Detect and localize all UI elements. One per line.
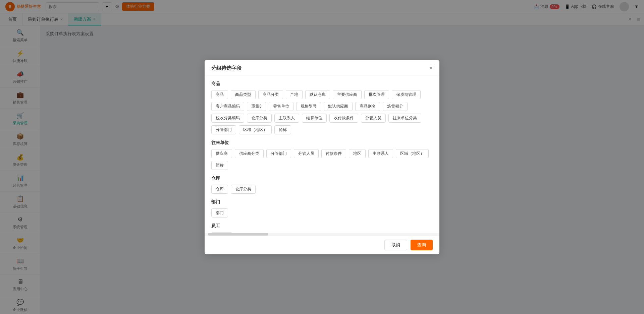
- section-warehouse-tags: 仓库仓库分类: [211, 185, 433, 194]
- field-tag[interactable]: 重量3: [247, 102, 266, 111]
- section-product-tags: 商品商品类型商品分类产地默认仓库主要供应商批次管理保质期管理客户商品编码重量3零…: [211, 90, 433, 134]
- field-tag[interactable]: 部门: [211, 208, 228, 217]
- modal-body: 商品 商品商品类型商品分类产地默认仓库主要供应商批次管理保质期管理客户商品编码重…: [205, 75, 439, 233]
- field-tag[interactable]: 保质期管理: [392, 90, 421, 99]
- field-tag[interactable]: 分管部门: [266, 149, 291, 158]
- section-counterparty-tags: 供应商供应商分类分管部门分管人员付款条件地区主联系人区域（地区）简称: [211, 149, 433, 170]
- modal-close-button[interactable]: ×: [429, 65, 433, 72]
- field-tag[interactable]: 分管人员: [361, 114, 386, 123]
- field-tag[interactable]: 默认供应商: [324, 102, 353, 111]
- modal-footer: 取消 查询: [205, 235, 439, 254]
- section-employee: 员工 业务员: [211, 223, 433, 233]
- modal-header: 分组待选字段 ×: [205, 60, 439, 75]
- modal-title: 分组待选字段: [211, 65, 241, 71]
- field-tag[interactable]: 分管部门: [211, 125, 236, 134]
- field-tag[interactable]: 分管人员: [294, 149, 319, 158]
- field-tag[interactable]: 零售单位: [269, 102, 293, 111]
- field-tag[interactable]: 商品分类: [258, 90, 283, 99]
- field-tag[interactable]: 供应商: [211, 149, 232, 158]
- field-tag[interactable]: 往来单位分类: [388, 114, 421, 123]
- section-department-title: 部门: [211, 199, 433, 205]
- field-tag[interactable]: 区域（地区）: [239, 125, 272, 134]
- field-tag[interactable]: 批次管理: [364, 90, 389, 99]
- field-tag[interactable]: 付款条件: [321, 149, 346, 158]
- field-tag[interactable]: 主联系人: [368, 149, 393, 158]
- field-tag[interactable]: 简称: [211, 161, 228, 170]
- cancel-button[interactable]: 取消: [384, 240, 407, 250]
- field-tag[interactable]: 商品: [211, 90, 228, 99]
- field-tag[interactable]: 结算单位: [302, 114, 327, 123]
- field-tag[interactable]: 规格型号: [296, 102, 321, 111]
- field-tag[interactable]: 仓库分类: [247, 114, 272, 123]
- field-tag[interactable]: 仓库: [211, 185, 228, 194]
- section-counterparty-title: 往来单位: [211, 140, 433, 146]
- field-tag[interactable]: 地区: [349, 149, 366, 158]
- field-tag[interactable]: 商品类型: [231, 90, 256, 99]
- scrollbar-thumb: [208, 233, 268, 236]
- section-warehouse: 仓库 仓库仓库分类: [211, 175, 433, 194]
- field-tag[interactable]: 客户商品编码: [211, 102, 244, 111]
- field-tag[interactable]: 区域（地区）: [396, 149, 429, 158]
- modal-overlay: 分组待选字段 × 商品 商品商品类型商品分类产地默认仓库主要供应商批次管理保质期…: [0, 0, 644, 314]
- section-employee-title: 员工: [211, 223, 433, 229]
- confirm-button[interactable]: 查询: [411, 240, 433, 250]
- section-department: 部门 部门: [211, 199, 433, 217]
- field-tag[interactable]: 仓库分类: [231, 185, 256, 194]
- field-tag[interactable]: 默认仓库: [305, 90, 330, 99]
- field-tag[interactable]: 收付款条件: [329, 114, 358, 123]
- horizontal-scrollbar[interactable]: [205, 233, 439, 235]
- section-department-tags: 部门: [211, 208, 433, 217]
- field-tag[interactable]: 产地: [286, 90, 303, 99]
- section-product: 商品 商品商品类型商品分类产地默认仓库主要供应商批次管理保质期管理客户商品编码重…: [211, 81, 433, 134]
- field-tag[interactable]: 税收分类编码: [211, 114, 244, 123]
- field-selection-modal: 分组待选字段 × 商品 商品商品类型商品分类产地默认仓库主要供应商批次管理保质期…: [205, 60, 439, 254]
- field-tag[interactable]: 简称: [274, 125, 291, 134]
- field-tag[interactable]: 主联系人: [274, 114, 299, 123]
- field-tag[interactable]: 商品别名: [355, 102, 380, 111]
- section-product-title: 商品: [211, 81, 433, 87]
- section-counterparty: 往来单位 供应商供应商分类分管部门分管人员付款条件地区主联系人区域（地区）简称: [211, 140, 433, 170]
- field-tag[interactable]: 供应商分类: [235, 149, 264, 158]
- field-tag[interactable]: 主要供应商: [333, 90, 362, 99]
- field-tag[interactable]: 炼货积分: [383, 102, 408, 111]
- section-warehouse-title: 仓库: [211, 175, 433, 181]
